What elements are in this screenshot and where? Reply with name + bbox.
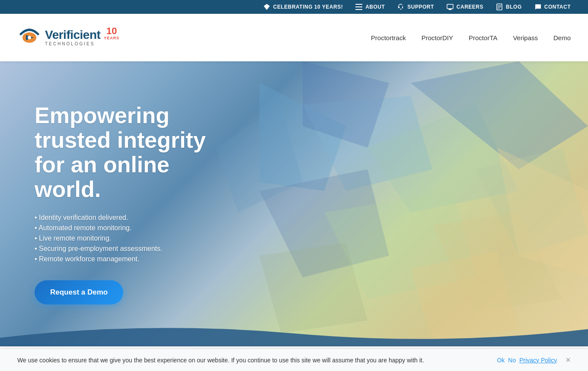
logo-text: Verificient TECHNOLOGIES xyxy=(45,29,100,46)
hero-section: Empowering trusted integrity for an onli… xyxy=(0,61,588,346)
hero-content: Empowering trusted integrity for an onli… xyxy=(0,103,251,305)
topbar-careers[interactable]: CAREERS xyxy=(446,3,483,11)
topbar-blog[interactable]: BLOG xyxy=(495,3,522,11)
logo-sub: TECHNOLOGIES xyxy=(45,42,100,46)
topbar-celebrating[interactable]: CELEBRATING 10 YEARS! xyxy=(263,3,343,11)
logo-icon xyxy=(17,25,42,50)
chat-icon xyxy=(534,3,542,11)
bullet-5: • Remote workforce management. xyxy=(35,255,216,263)
svg-rect-4 xyxy=(447,4,453,9)
logo-main: Verificient xyxy=(45,29,100,41)
main-nav: Proctortrack ProctorDIY ProctorTA Veripa… xyxy=(371,34,571,41)
logo[interactable]: Verificient TECHNOLOGIES 10 YEARS xyxy=(17,25,119,50)
top-bar: CELEBRATING 10 YEARS! ABOUT SUPPORT CARE… xyxy=(0,0,588,14)
menu-icon xyxy=(355,3,363,11)
bullet-3: • Live remote monitoring. xyxy=(35,235,216,242)
topbar-contact[interactable]: CONTACT xyxy=(534,3,571,11)
logo-badge-num: 10 xyxy=(106,26,117,36)
svg-rect-1 xyxy=(355,4,362,5)
request-demo-button[interactable]: Request a Demo xyxy=(35,280,123,304)
bullet-4: • Securing pre-employment assessments. xyxy=(35,245,216,253)
logo-badge-years: YEARS xyxy=(104,36,119,40)
svg-rect-3 xyxy=(355,9,362,10)
nav-proctorta[interactable]: ProctorTA xyxy=(469,34,497,41)
document-icon xyxy=(495,3,503,11)
bullet-1: • Identity verification delivered. xyxy=(35,214,216,222)
nav-veripass[interactable]: Veripass xyxy=(513,34,538,41)
diamond-icon xyxy=(263,3,271,11)
hero-headline: Empowering trusted integrity for an onli… xyxy=(35,103,216,202)
svg-marker-0 xyxy=(264,4,270,10)
topbar-support[interactable]: SUPPORT xyxy=(397,3,434,11)
monitor-icon xyxy=(446,3,454,11)
svg-point-13 xyxy=(28,36,31,39)
logo-icon-wrap xyxy=(17,25,45,50)
logo-badge: 10 YEARS xyxy=(104,26,119,40)
headset-icon xyxy=(397,3,405,11)
hero-bullets: • Identity verification delivered. • Aut… xyxy=(35,214,216,263)
svg-rect-2 xyxy=(355,6,362,7)
svg-rect-6 xyxy=(448,10,452,10)
svg-rect-5 xyxy=(449,9,451,10)
header: Verificient TECHNOLOGIES 10 YEARS Procto… xyxy=(0,14,588,61)
topbar-about[interactable]: ABOUT xyxy=(355,3,385,11)
nav-demo[interactable]: Demo xyxy=(553,34,571,41)
bullet-2: • Automated remote monitoring. xyxy=(35,224,216,232)
nav-proctortrack[interactable]: Proctortrack xyxy=(371,34,406,41)
nav-proctordiy[interactable]: ProctorDIY xyxy=(422,34,453,41)
hero-wave xyxy=(0,320,588,346)
